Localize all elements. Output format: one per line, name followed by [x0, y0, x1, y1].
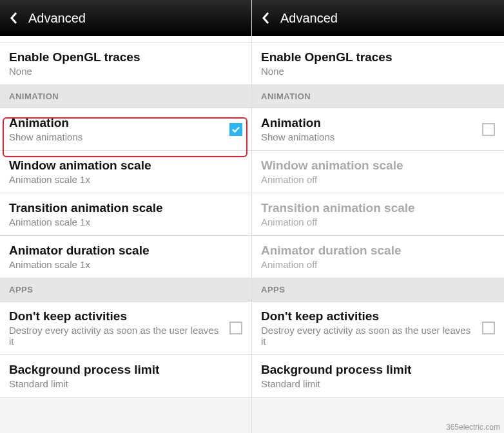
item-transition-animation-scale: Transition animation scale Animation off — [252, 193, 504, 236]
header-bar: Advanced — [0, 0, 251, 36]
right-pane: Advanced Enable OpenGL traces None ANIMA… — [252, 0, 504, 433]
item-subtitle: Show animations — [9, 131, 223, 142]
panes-container: Advanced Enable OpenGL traces None ANIMA… — [0, 0, 504, 433]
item-subtitle: Standard limit — [9, 378, 242, 389]
item-title: Background process limit — [261, 363, 495, 377]
watermark-text: 365electric.com — [446, 423, 500, 432]
back-icon[interactable] — [9, 10, 19, 26]
checkbox-animation[interactable] — [229, 123, 242, 136]
item-transition-animation-scale[interactable]: Transition animation scale Animation sca… — [0, 193, 251, 236]
item-subtitle: None — [261, 66, 495, 77]
item-title: Enable OpenGL traces — [261, 50, 495, 64]
item-title: Transition animation scale — [261, 201, 495, 215]
item-title: Don't keep activities — [9, 309, 223, 323]
item-animation[interactable]: Animation Show animations — [252, 108, 504, 151]
back-icon[interactable] — [261, 10, 271, 26]
partial-row — [0, 36, 251, 43]
partial-row — [252, 36, 504, 43]
item-window-animation-scale: Window animation scale Animation off — [252, 151, 504, 193]
section-apps: APPS — [252, 278, 504, 302]
item-title: Animation — [261, 116, 476, 130]
checkbox-dont-keep-activities[interactable] — [482, 322, 495, 334]
item-title: Animator duration scale — [261, 244, 495, 258]
right-list[interactable]: Enable OpenGL traces None ANIMATION Anim… — [252, 36, 504, 433]
item-title: Background process limit — [9, 363, 242, 377]
item-subtitle: Destroy every activity as soon as the us… — [261, 325, 476, 347]
item-background-process-limit[interactable]: Background process limit Standard limit — [252, 355, 504, 398]
item-window-animation-scale[interactable]: Window animation scale Animation scale 1… — [0, 151, 251, 193]
checkbox-dont-keep-activities[interactable] — [229, 322, 242, 334]
item-subtitle: Animation off — [261, 216, 495, 227]
header-bar: Advanced — [252, 0, 504, 36]
item-subtitle: Animation scale 1x — [9, 174, 242, 185]
screenshot-root: Advanced Enable OpenGL traces None ANIMA… — [0, 0, 504, 433]
header-title: Advanced — [280, 11, 338, 26]
item-animation[interactable]: Animation Show animations — [0, 108, 251, 151]
item-enable-opengl-traces[interactable]: Enable OpenGL traces None — [0, 43, 251, 85]
item-animator-duration-scale: Animator duration scale Animation off — [252, 236, 504, 278]
section-animation: ANIMATION — [0, 85, 251, 108]
item-subtitle: Animation off — [261, 174, 495, 185]
section-apps: APPS — [0, 278, 251, 302]
item-title: Window animation scale — [9, 159, 242, 173]
item-title: Window animation scale — [261, 159, 495, 173]
item-subtitle: Animation scale 1x — [9, 259, 242, 270]
left-list[interactable]: Enable OpenGL traces None ANIMATION Anim… — [0, 36, 251, 433]
item-dont-keep-activities[interactable]: Don't keep activities Destroy every acti… — [252, 302, 504, 355]
item-subtitle: Destroy every activity as soon as the us… — [9, 325, 223, 347]
section-animation: ANIMATION — [252, 85, 504, 108]
item-subtitle: None — [9, 66, 242, 77]
item-background-process-limit[interactable]: Background process limit Standard limit — [0, 355, 251, 398]
item-subtitle: Show animations — [261, 131, 476, 142]
item-title: Don't keep activities — [261, 309, 476, 323]
item-title: Enable OpenGL traces — [9, 50, 242, 64]
item-title: Transition animation scale — [9, 201, 242, 215]
item-subtitle: Animation off — [261, 259, 495, 270]
item-subtitle: Standard limit — [261, 378, 495, 389]
item-dont-keep-activities[interactable]: Don't keep activities Destroy every acti… — [0, 302, 251, 355]
item-title: Animation — [9, 116, 223, 130]
item-animator-duration-scale[interactable]: Animator duration scale Animation scale … — [0, 236, 251, 278]
item-title: Animator duration scale — [9, 244, 242, 258]
item-enable-opengl-traces[interactable]: Enable OpenGL traces None — [252, 43, 504, 85]
left-pane: Advanced Enable OpenGL traces None ANIMA… — [0, 0, 252, 433]
header-title: Advanced — [28, 11, 86, 26]
item-subtitle: Animation scale 1x — [9, 216, 242, 227]
checkbox-animation[interactable] — [482, 123, 495, 136]
